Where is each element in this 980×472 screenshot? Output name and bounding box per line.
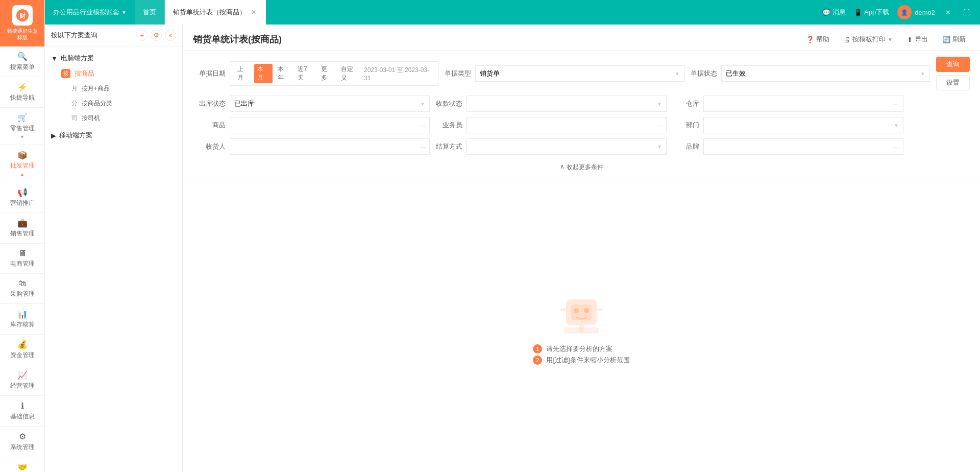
department-arrow-icon: ▼ [894, 123, 899, 128]
app-download-btn[interactable]: 📱 App下载 [854, 8, 889, 17]
date-btn-this-year[interactable]: 本年 [275, 64, 292, 83]
settings-button[interactable]: 设置 [936, 75, 970, 90]
refresh-btn[interactable]: 🔄 刷新 [938, 33, 970, 46]
tree-item-by-goods-label: 按商品 [75, 69, 94, 78]
date-filter-field[interactable]: 上月 本月 本年 近7天 更多 自定义 2023-03-01 至 2023-03… [230, 61, 438, 86]
tab-statistics[interactable]: 销货单统计表（按商品） ✕ [165, 0, 266, 25]
print-arrow-icon: ▼ [888, 37, 893, 42]
enterprise-icon: 🤝 [17, 462, 28, 472]
department-label: 部门 [667, 121, 703, 130]
print-label: 按模板打印 [852, 35, 886, 44]
sidebar-item-shortcut[interactable]: ⚡ 快捷导航 [0, 77, 44, 108]
sub-item-driver[interactable]: 司 按司机 [45, 111, 182, 126]
export-label: 导出 [915, 35, 928, 44]
sidebar-item-management[interactable]: 📈 经营管理 [0, 365, 44, 396]
sidebar-item-basic[interactable]: ℹ 基础信息 [0, 396, 44, 427]
content-area: 按以下方案查询 + ⚙ « ▼ 电脑端方案 按 按商品 月 [45, 25, 980, 472]
warehouse-field[interactable]: ··· [703, 96, 903, 112]
message-label: 消息 [832, 8, 846, 17]
settlement-field[interactable]: ▼ [467, 138, 667, 155]
refresh-label: 刷新 [952, 35, 966, 44]
doc-type-field[interactable]: 销货单 ▼ [475, 65, 684, 82]
sidebar-item-label-shortcut: 快捷导航 [10, 93, 35, 102]
tab-home-label: 首页 [143, 8, 156, 17]
doc-type-value: 销货单 [480, 69, 500, 78]
left-panel: 按以下方案查询 + ⚙ « ▼ 电脑端方案 按 按商品 月 [45, 25, 183, 472]
sidebar-item-enterprise[interactable]: 🤝 企业协同 [0, 457, 44, 472]
date-btn-this-month[interactable]: 本月 [254, 64, 272, 83]
query-button[interactable]: 查询 [936, 57, 970, 72]
inventory-icon: 📊 [17, 309, 28, 319]
goods-label: 商品 [193, 121, 230, 130]
sub-item-month-goods[interactable]: 月 按月+商品 [45, 81, 182, 96]
query-btn-group: 查询 设置 [930, 57, 970, 90]
sidebar-item-label-retail: 零售管理 [10, 124, 35, 133]
print-btn[interactable]: 🖨 按模板打印 ▼ [840, 33, 897, 46]
sub-item-goods-category[interactable]: 分 按商品分类 [45, 96, 182, 111]
sub-item-driver-label: 按司机 [82, 114, 100, 123]
collapse-text: 收起更多条件 [567, 163, 603, 172]
panel-actions: + ⚙ « [136, 30, 176, 41]
doc-status-field[interactable]: 已生效 ▼ [721, 65, 930, 82]
tab-home[interactable]: 首页 [135, 0, 165, 25]
sidebar-item-ecommerce[interactable]: 🖥 电商管理 [0, 244, 44, 274]
filter-area: 单据日期 上月 本月 本年 近7天 更多 自定义 2023-03-01 至 20… [183, 51, 980, 181]
filter-row-4: 收货人 ··· 结算方式 ▼ 品牌 ··· [193, 138, 970, 155]
warehouse-status-value: 已出库 [234, 99, 254, 108]
sidebar-item-sales[interactable]: 💼 销售管理 [0, 213, 44, 244]
date-btn-last-month[interactable]: 上月 [234, 64, 252, 83]
empty-tip-1-text: 请先选择要分析的方案 [546, 344, 612, 353]
sidebar-item-label-management: 经营管理 [10, 382, 35, 390]
top-nav: 办公用品行业模拟账套 ▼ 首页 销货单统计表（按商品） ✕ 💬 消息 📱 App… [45, 0, 980, 25]
management-icon: 📈 [17, 370, 28, 380]
warehouse-status-field[interactable]: 已出库 ▼ [230, 96, 430, 112]
message-btn[interactable]: 💬 消息 [822, 8, 846, 17]
collapse-bar[interactable]: ∧ 收起更多条件 [193, 160, 970, 175]
recipient-field[interactable]: ··· [230, 138, 430, 155]
collapse-panel-btn[interactable]: « [165, 30, 176, 41]
sidebar-item-retail[interactable]: 🛒 零售管理 ▼ [0, 108, 44, 145]
help-btn[interactable]: ❓ 帮助 [802, 33, 834, 46]
goods-icon: 按 [61, 69, 70, 78]
sidebar-item-finance[interactable]: 💰 资金管理 [0, 335, 44, 365]
settlement-label: 结算方式 [430, 142, 467, 151]
salesman-dots: ··· [656, 122, 662, 129]
sidebar-item-label-finance: 资金管理 [10, 351, 35, 360]
window-close-btn[interactable]: ✕ [943, 7, 953, 18]
sidebar-item-search[interactable]: 🔍 搜索菜单 [0, 46, 44, 77]
sidebar-item-label-purchase: 采购管理 [10, 290, 35, 298]
sidebar-item-inventory[interactable]: 📊 库存核算 [0, 304, 44, 335]
date-range-value: 2023-03-01 至 2023-03-31 [364, 66, 434, 82]
sidebar-item-label-basic: 基础信息 [10, 412, 35, 421]
date-btn-custom[interactable]: 自定义 [338, 64, 362, 83]
sidebar: 财 畅捷通好生意 标版 🔍 搜索菜单 ⚡ 快捷导航 🛒 零售管理 ▼ 📦 批发管… [0, 0, 45, 472]
sidebar-item-marketing[interactable]: 📢 营销推广 [0, 182, 44, 213]
user-area[interactable]: 👤 demo2 [897, 5, 935, 19]
tab-bar: 首页 销货单统计表（按商品） ✕ [135, 0, 822, 25]
ecommerce-icon: 🖥 [18, 249, 27, 258]
date-btn-more[interactable]: 更多 [318, 64, 336, 83]
payment-status-field[interactable]: ▼ [467, 96, 667, 112]
page-actions: ❓ 帮助 🖨 按模板打印 ▼ ⬆ 导出 🔄 刷新 [802, 33, 970, 46]
tree-group-mobile[interactable]: ▶ 移动端方案 [45, 128, 182, 143]
empty-tip-2-text: 用[过滤]条件来缩小分析范围 [546, 356, 629, 365]
sidebar-item-system[interactable]: ⚙ 系统管理 [0, 427, 44, 457]
app-selector[interactable]: 办公用品行业模拟账套 ▼ [53, 8, 127, 17]
refresh-icon: 🔄 [942, 36, 950, 43]
settings-scheme-btn[interactable]: ⚙ [151, 30, 162, 41]
brand-field[interactable]: ··· [703, 138, 903, 155]
help-icon: ❓ [806, 36, 814, 43]
sidebar-item-purchase[interactable]: 🛍 采购管理 [0, 274, 44, 304]
tree-item-by-goods[interactable]: 按 按商品 [45, 66, 182, 81]
tree-group-pc[interactable]: ▼ 电脑端方案 [45, 51, 182, 66]
department-field[interactable]: ▼ [703, 117, 903, 133]
add-scheme-btn[interactable]: + [136, 30, 148, 41]
help-label: 帮助 [816, 35, 829, 44]
tab-close-icon[interactable]: ✕ [250, 8, 257, 17]
sidebar-item-wholesale[interactable]: 📦 批发管理 ▲ [0, 145, 44, 182]
goods-field[interactable]: ··· [230, 117, 430, 133]
date-btn-7days[interactable]: 近7天 [295, 64, 316, 83]
window-maximize-btn[interactable]: ⛶ [961, 7, 972, 18]
export-btn[interactable]: ⬆ 导出 [903, 33, 932, 46]
salesman-field[interactable]: ··· [467, 117, 667, 133]
